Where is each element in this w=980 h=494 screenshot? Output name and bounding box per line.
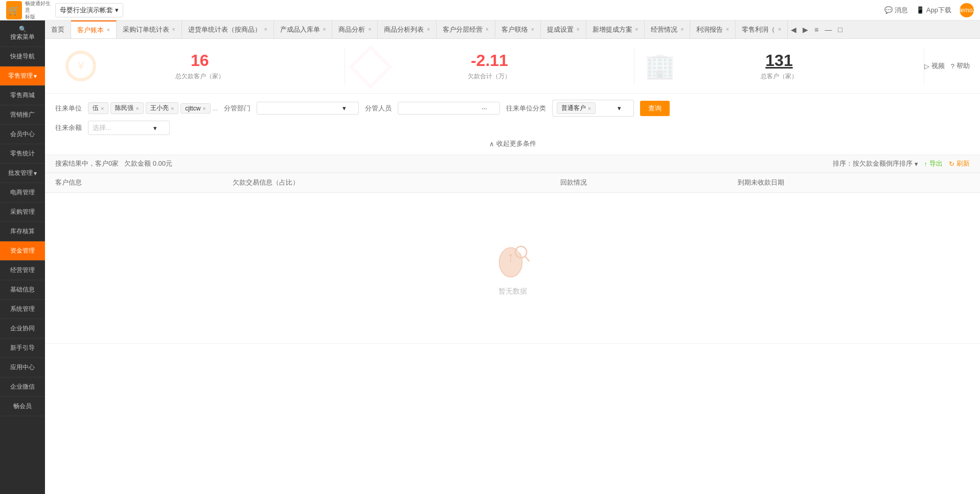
sidebar-item-vip[interactable]: 畅会员	[0, 397, 45, 416]
tag-close-wu[interactable]: ×	[101, 105, 104, 111]
sidebar-item-wechat[interactable]: 企业微信	[0, 377, 45, 397]
tab-close-purchase-order[interactable]: ×	[172, 27, 175, 32]
balance-chevron-icon: ▾	[153, 124, 157, 132]
filter-row-1: 往来单位 伍 × 陈民强 × 王小亮 ×	[55, 100, 970, 117]
sidebar-item-ecommerce[interactable]: 电商管理	[0, 183, 45, 203]
unit-type-filter-select[interactable]: 普通客户 × ▾	[552, 100, 634, 117]
tab-close-business-status[interactable]: ×	[680, 27, 683, 32]
tab-close-stock-stats[interactable]: ×	[264, 27, 267, 32]
tab-goods-analysis-list[interactable]: 商品分析列表 ×	[378, 20, 437, 39]
sidebar-item-enterprise[interactable]: 企业协同	[0, 319, 45, 339]
logo-area: 🛒 畅捷通好生意 标版	[6, 0, 51, 20]
person-filter-select[interactable]: ···	[398, 102, 500, 115]
sidebar-item-search[interactable]: 🔍 搜索菜单	[0, 20, 45, 47]
stat-icon-money: ¥	[65, 51, 96, 81]
sidebar-item-operation[interactable]: 经营管理	[0, 261, 45, 280]
tab-customer-tier[interactable]: 客户分层经营 ×	[437, 20, 495, 39]
sort-selector[interactable]: 排序：按欠款金额倒序排序 ▾	[833, 159, 918, 168]
tab-close-goods-analysis[interactable]: ×	[368, 27, 371, 32]
tab-account[interactable]: 客户账本 ×	[71, 20, 117, 39]
sidebar-item-quick-nav[interactable]: 快捷导航	[0, 47, 45, 66]
tab-production[interactable]: 产成品入库单 ×	[274, 20, 333, 39]
tab-close-retail-profit[interactable]: ×	[778, 27, 781, 32]
tab-purchase-order[interactable]: 采购订单统计表 ×	[117, 20, 182, 39]
tag-close-cj[interactable]: ×	[202, 105, 206, 111]
tab-close-customer-tier[interactable]: ×	[486, 27, 489, 32]
tab-stock-stats[interactable]: 进货单统计表（按商品） ×	[182, 20, 274, 39]
search-button[interactable]: 查询	[640, 101, 670, 116]
video-link[interactable]: ▷ 视频	[924, 61, 945, 71]
stats-bar: ¥ 16 总欠款客户（家） -2.11 欠款合计（万） 🏢 131	[45, 39, 980, 94]
help-link[interactable]: ? 帮助	[951, 61, 970, 71]
sidebar-item-retail-store[interactable]: 零售商城	[0, 86, 45, 105]
tab-close-goods-analysis-list[interactable]: ×	[427, 27, 430, 32]
tab-close-promotion-settings[interactable]: ×	[577, 27, 580, 32]
video-icon: ▷	[924, 62, 929, 70]
sidebar-item-retail-stats[interactable]: 零售统计	[0, 144, 45, 164]
col-customer-info: 客户信息	[45, 173, 222, 193]
tab-goods-analysis[interactable]: 商品分析 ×	[332, 20, 378, 39]
tab-menu-btn[interactable]: ≡	[811, 20, 822, 39]
tag-close-normal-customer[interactable]: ×	[588, 105, 591, 111]
tab-minimize-btn[interactable]: —	[822, 20, 835, 39]
empty-text: 暂无数据	[498, 287, 527, 296]
tab-close-new-promotion[interactable]: ×	[635, 27, 639, 32]
sidebar-item-finance[interactable]: 资金管理	[0, 241, 45, 261]
tab-close-account[interactable]: ×	[107, 27, 110, 33]
tab-close-profit-report[interactable]: ×	[726, 27, 729, 32]
avatar[interactable]: demo2	[960, 3, 974, 17]
tab-new-promotion[interactable]: 新增提成方案 ×	[586, 20, 645, 39]
tab-promotion-settings[interactable]: 提成设置 ×	[541, 20, 586, 39]
header-left: 🛒 畅捷通好生意 标版 母婴行业演示帐套 ▾	[6, 0, 123, 20]
sidebar-item-wholesale[interactable]: 批发管理 ▾	[0, 164, 45, 183]
sidebar-item-inventory[interactable]: 库存核算	[0, 222, 45, 241]
empty-state: 暂无数据	[55, 199, 970, 337]
sidebar-item-appstore[interactable]: 应用中心	[0, 358, 45, 377]
header-right: 💬 消息 📱 App下载 demo2	[884, 3, 974, 17]
stat-total-debt: -2.11 欠款合计（万）	[345, 47, 635, 85]
money-circle-icon: ¥	[65, 51, 96, 81]
tab-customer-connect[interactable]: 客户联络 ×	[495, 20, 541, 39]
app-download-action[interactable]: 📱 App下载	[916, 6, 951, 15]
tab-retail-profit[interactable]: 零售利润（ ×	[736, 20, 788, 39]
export-icon: ↑	[924, 160, 928, 168]
content-area: 首页 客户账本 × 采购订单统计表 × 进货单统计表（按商品） × 产成品入库单…	[45, 20, 980, 494]
export-button[interactable]: ↑ 导出	[924, 159, 943, 168]
sidebar-item-guide[interactable]: 新手引导	[0, 339, 45, 358]
tag-close-wang[interactable]: ×	[171, 105, 174, 111]
suite-selector[interactable]: 母婴行业演示帐套 ▾	[55, 3, 123, 17]
tab-home[interactable]: 首页	[45, 20, 71, 39]
refresh-button[interactable]: ↻ 刷新	[949, 159, 970, 168]
message-action[interactable]: 💬 消息	[884, 6, 908, 15]
sidebar-item-marketing[interactable]: 营销推广	[0, 105, 45, 125]
sidebar-item-retail[interactable]: 零售管理 ▾	[0, 66, 45, 86]
dept-filter-select[interactable]: ▾	[257, 102, 359, 115]
tab-close-customer-connect[interactable]: ×	[531, 27, 534, 32]
tab-close-production[interactable]: ×	[323, 27, 326, 32]
dept-chevron-icon: ▾	[343, 104, 346, 112]
sidebar-item-member[interactable]: 会员中心	[0, 125, 45, 144]
tab-profit-report[interactable]: 利润报告 ×	[690, 20, 736, 39]
tab-maximize-btn[interactable]: □	[835, 20, 845, 39]
download-icon: 📱	[916, 6, 924, 14]
stat-icon-diamond	[355, 50, 386, 82]
chevron-down-icon: ▾	[115, 6, 119, 14]
page-content: ¥ 16 总欠款客户（家） -2.11 欠款合计（万） 🏢 131	[45, 39, 980, 494]
sidebar-item-system[interactable]: 系统管理	[0, 300, 45, 319]
tab-business-status[interactable]: 经营情况 ×	[645, 20, 690, 39]
unit-type-chevron-icon: ▾	[618, 104, 621, 112]
tab-prev-btn[interactable]: ◀	[788, 20, 800, 39]
collapse-button[interactable]: ∧ 收起更多条件	[55, 139, 970, 148]
sidebar-item-basic[interactable]: 基础信息	[0, 280, 45, 300]
col-debt-info: 欠款交易信息（占比）	[222, 173, 550, 193]
tag-chen: 陈民强 ×	[110, 102, 143, 114]
sidebar-item-purchase[interactable]: 采购管理	[0, 203, 45, 222]
balance-filter-select[interactable]: 选择... ▾	[88, 121, 170, 135]
logo-text: 畅捷通好生意 标版	[25, 0, 51, 20]
message-icon: 💬	[884, 6, 893, 14]
dept-filter-label: 分管部门	[224, 104, 250, 113]
stat-value-debt: -2.11	[471, 51, 508, 70]
tag-close-chen[interactable]: ×	[135, 105, 139, 111]
more-tags-btn[interactable]: ...	[213, 105, 218, 112]
tab-next-btn[interactable]: ▶	[800, 20, 811, 39]
